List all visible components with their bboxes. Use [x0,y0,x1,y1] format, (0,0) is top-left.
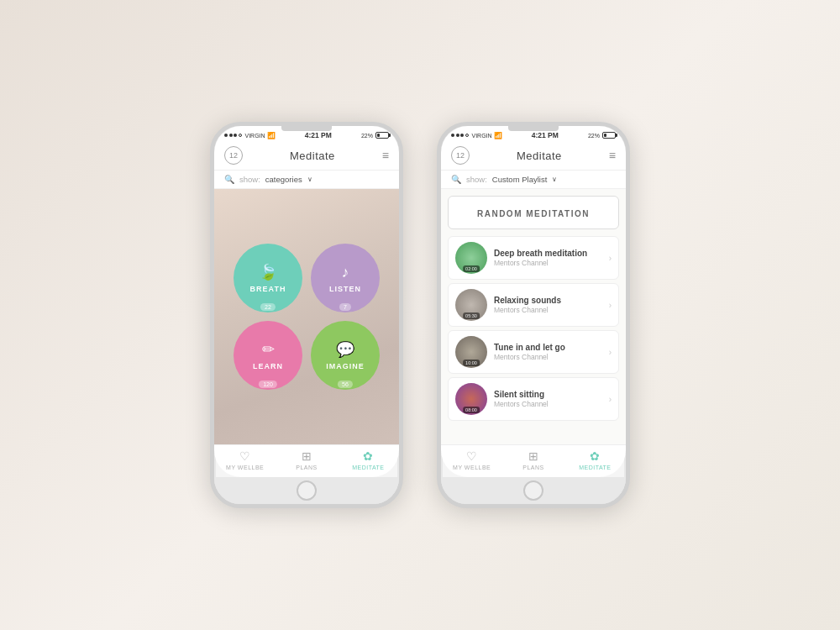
wellbe-icon-2: ♡ [466,449,477,463]
menu-icon-1[interactable]: ≡ [382,149,389,162]
learn-label: LEARN [253,362,283,370]
track-info-2: Relaxing sounds Mentors Channel [494,296,602,314]
track-item-4[interactable]: 08:00 Silent sitting Mentors Channel › [448,377,619,421]
back-button-1[interactable]: 12 [224,146,243,165]
track-chevron-3: › [609,348,612,357]
nav-wellbe-1[interactable]: ♡ MY WELLBE [214,449,276,470]
battery-icon-2 [602,132,616,139]
battery-pct-1: 22% [361,133,373,139]
chevron-down-icon-2[interactable]: ∨ [552,176,557,183]
app-header-2: 12 Meditate ≡ [441,141,626,171]
track-time-2: 05:30 [463,312,480,319]
track-time-3: 10:00 [463,360,480,366]
plans-icon-2: ⊞ [528,449,538,463]
breath-label: BREATH [250,285,286,293]
chevron-down-icon-1[interactable]: ∨ [307,176,312,183]
meditate-icon-2: ✿ [590,449,600,463]
dot1-2 [451,134,454,137]
status-right-2: 22% [588,132,616,139]
track-time-4: 08:00 [463,407,480,413]
battery-fill-2 [604,134,606,137]
imagine-label: IMAGINE [326,362,365,370]
status-right-1: 22% [361,132,389,139]
phone-1: VIRGIN 📶 4:21 PM 22% 12 Meditate ≡ [210,122,403,508]
search-icon-1[interactable]: 🔍 [224,175,234,184]
track-item-2[interactable]: 05:30 Relaxing sounds Mentors Channel › [448,283,619,327]
category-learn[interactable]: ✏ LEARN 120 [234,321,302,390]
status-left-2: VIRGIN 📶 [451,132,502,139]
search-bar-1: 🔍 show: categories ∨ [214,171,399,189]
phone-2: VIRGIN 📶 4:21 PM 22% 12 Meditate ≡ [437,122,630,508]
time-2: 4:21 PM [532,131,559,139]
track-item-3[interactable]: 10:00 Tune in and let go Mentors Channel… [448,330,619,374]
meditate-label-2: MEDITATE [579,465,611,470]
breath-icon: 🍃 [259,263,277,281]
battery-fill-1 [377,134,380,137]
track-title-3: Tune in and let go [494,343,602,352]
track-thumb-1: 02:00 [455,242,487,274]
playlist-content: RANDOM MEDITATION 02:00 Deep breath medi… [441,189,626,444]
phone-1-inner: VIRGIN 📶 4:21 PM 22% 12 Meditate ≡ [214,126,399,477]
track-info-4: Silent sitting Mentors Channel [494,390,602,408]
category-listen[interactable]: ♪ LISTEN 7 [311,244,380,312]
search-icon-2[interactable]: 🔍 [451,175,461,184]
home-button-2[interactable] [523,480,543,501]
track-item-1[interactable]: 02:00 Deep breath meditation Mentors Cha… [448,236,619,280]
status-left-1: VIRGIN 📶 [224,132,276,139]
home-button-1[interactable] [297,480,317,501]
track-chevron-2: › [609,301,612,310]
search-bar-2: 🔍 show: Custom Playlist ∨ [441,171,626,189]
scene: VIRGIN 📶 4:21 PM 22% 12 Meditate ≡ [0,0,840,630]
nav-plans-2[interactable]: ⊞ PLANS [502,449,564,470]
battery-pct-2: 22% [588,133,600,139]
category-breath[interactable]: 🍃 BREATH 22 [234,244,302,312]
wellbe-label-2: MY WELLBE [453,465,491,470]
status-bar-2: VIRGIN 📶 4:21 PM 22% [441,126,626,141]
track-info-1: Deep breath meditation Mentors Channel [494,249,602,267]
imagine-badge: 56 [338,381,353,388]
bottom-nav-2: ♡ MY WELLBE ⊞ PLANS ✿ MEDITATE [441,444,626,477]
back-button-2[interactable]: 12 [451,146,470,165]
bottom-nav-1: ♡ MY WELLBE ⊞ PLANS ✿ MEDITATE [214,444,399,477]
listen-icon: ♪ [342,264,349,281]
carrier-2: VIRGIN [472,133,492,139]
dot4 [239,134,242,137]
signal-dots-2 [451,134,469,137]
nav-wellbe-2[interactable]: ♡ MY WELLBE [441,449,502,470]
categories-grid: 🍃 BREATH 22 ♪ LISTEN 7 ✏ LEARN 120 [214,189,399,444]
track-info-3: Tune in and let go Mentors Channel [494,343,602,361]
track-channel-3: Mentors Channel [494,353,602,361]
category-imagine[interactable]: 💬 IMAGINE 56 [311,321,380,390]
listen-label: LISTEN [329,285,361,293]
show-label-1: show: [239,175,260,184]
menu-icon-2[interactable]: ≡ [609,149,616,162]
meditate-label-1: MEDITATE [352,465,384,470]
dot3 [234,134,237,137]
plans-label-1: PLANS [296,465,317,470]
meditate-icon-1: ✿ [363,449,373,463]
track-channel-4: Mentors Channel [494,400,602,408]
track-chevron-1: › [609,254,612,263]
track-channel-1: Mentors Channel [494,259,602,267]
app-title-2: Meditate [517,150,562,162]
nav-meditate-1[interactable]: ✿ MEDITATE [338,449,399,470]
track-title-4: Silent sitting [494,390,602,399]
random-banner-text: RANDOM MEDITATION [477,209,590,218]
back-number-1: 12 [229,151,238,160]
track-channel-2: Mentors Channel [494,306,602,314]
nav-plans-1[interactable]: ⊞ PLANS [276,449,337,470]
random-banner[interactable]: RANDOM MEDITATION [448,196,619,229]
dot2 [229,134,233,137]
nav-meditate-2[interactable]: ✿ MEDITATE [564,449,626,470]
show-value-2[interactable]: Custom Playlist [492,175,547,184]
track-thumb-2: 05:30 [455,289,487,321]
battery-icon-1 [375,132,389,139]
track-title-2: Relaxing sounds [494,296,602,305]
track-thumb-4: 08:00 [455,383,487,415]
dot1 [224,134,228,137]
show-label-2: show: [466,175,487,184]
show-value-1[interactable]: categories [265,175,302,184]
track-time-1: 02:00 [463,265,480,272]
track-title-1: Deep breath meditation [494,249,602,258]
home-area-1 [214,477,399,504]
